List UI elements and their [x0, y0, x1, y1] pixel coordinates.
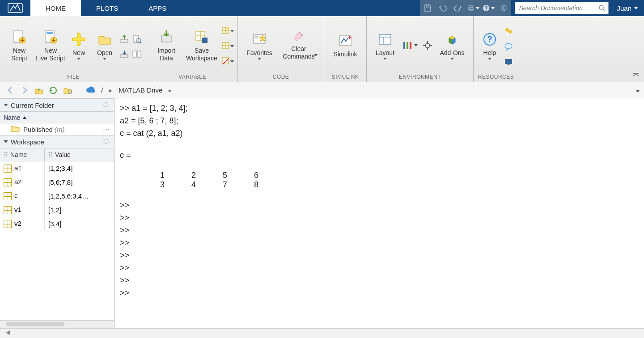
svg-point-58	[505, 43, 512, 49]
up-folder-icon[interactable]	[33, 84, 45, 96]
back-icon[interactable]	[4, 84, 16, 96]
path-dropdown-icon[interactable]	[636, 86, 640, 94]
workspace-row[interactable]: a2[5,6;7,8]	[0, 175, 114, 189]
svg-rect-43	[403, 42, 405, 49]
help-circle-icon: ?	[482, 31, 498, 47]
svg-rect-60	[507, 64, 510, 65]
learn-icon[interactable]	[502, 55, 515, 68]
plus-icon	[71, 31, 87, 47]
forward-icon[interactable]	[19, 84, 30, 96]
minimize-toolstrip-icon[interactable]	[631, 71, 640, 79]
new-script-icon	[11, 29, 27, 45]
workspace-row[interactable]: c[1,2,5,6;3,4…	[0, 189, 114, 203]
addons-button[interactable]: Add-Ons	[435, 30, 470, 62]
panel-options-icon[interactable]	[102, 138, 110, 146]
cloud-icon[interactable]	[85, 84, 97, 96]
toolstrip: New Script New Live Script New Open	[0, 16, 644, 82]
svg-rect-22	[137, 51, 141, 57]
new-variable-icon[interactable]	[221, 25, 234, 38]
panel-options-icon[interactable]	[102, 101, 110, 109]
new-live-script-icon	[42, 29, 59, 45]
workspace-header[interactable]: Workspace	[0, 135, 114, 148]
layout-icon	[377, 31, 393, 47]
user-menu[interactable]: Juan	[610, 0, 644, 16]
layout-button[interactable]: Layout	[370, 30, 400, 62]
preferences-icon[interactable]	[400, 39, 420, 52]
address-bar: / ▸ MATLAB Drive ▸	[0, 82, 644, 98]
folder-item-published[interactable]: Published (m) ⋯	[0, 123, 114, 135]
undo-icon[interactable]	[435, 0, 450, 16]
horizontal-scrollbar[interactable]	[0, 320, 114, 328]
new-menu-button[interactable]: New	[66, 30, 91, 62]
gear-icon[interactable]	[420, 39, 435, 52]
open-menu-button[interactable]: Open	[91, 30, 118, 62]
path-drive[interactable]: MATLAB Drive	[117, 86, 164, 94]
search-documentation	[511, 0, 610, 16]
quick-access-toolbar: ?	[420, 0, 511, 16]
svg-rect-59	[505, 59, 512, 64]
variable-icon	[4, 192, 12, 200]
find-files-icon[interactable]	[131, 33, 143, 45]
command-window[interactable]: >> a1 = [1, 2; 3, 4];a2 = [5, 6 ; 7, 8];…	[114, 98, 644, 328]
workspace-row[interactable]: a1[1,2;3,4]	[0, 161, 114, 176]
folder-name-header[interactable]: Name	[0, 112, 114, 123]
svg-rect-35	[222, 58, 229, 64]
chevron-right-icon: ▸	[167, 87, 174, 94]
user-name-label: Juan	[617, 4, 631, 12]
status-bar	[0, 328, 644, 338]
favorites-button[interactable]: Favorites	[242, 30, 277, 62]
svg-rect-14	[47, 32, 53, 34]
variable-icon	[4, 206, 12, 214]
variable-icon	[4, 165, 12, 173]
svg-point-8	[503, 7, 504, 9]
target-icon[interactable]	[496, 0, 511, 16]
svg-rect-27	[202, 38, 208, 43]
rewind-icon[interactable]	[4, 330, 12, 338]
search-input[interactable]	[515, 2, 609, 14]
svg-rect-45	[410, 42, 411, 49]
current-folder-header[interactable]: Current Folder	[0, 98, 114, 112]
svg-point-62	[104, 102, 108, 107]
simulink-button[interactable]: Simulink	[328, 31, 363, 60]
request-support-icon[interactable]	[502, 40, 515, 53]
compare-icon[interactable]	[131, 48, 143, 60]
help-button[interactable]: ? Help	[477, 30, 502, 62]
download-icon[interactable]	[118, 48, 131, 60]
browse-folder-icon[interactable]	[62, 84, 73, 96]
upload-icon[interactable]	[118, 33, 131, 45]
save-workspace-icon	[194, 29, 210, 45]
clear-commands-button[interactable]: Clear Commands	[277, 25, 320, 65]
variable-icon	[4, 220, 12, 228]
tab-home[interactable]: HOME	[30, 0, 81, 16]
redo-icon[interactable]	[450, 0, 466, 16]
workspace-row[interactable]: v2[3,4]	[0, 217, 114, 231]
toolstrip-group-environment: Layout Add-Ons ENVIRONMENT	[367, 16, 474, 82]
col-name[interactable]: ⠿Name	[0, 148, 45, 161]
collapse-icon	[4, 104, 8, 106]
clear-workspace-icon[interactable]	[221, 55, 234, 68]
community-icon[interactable]	[502, 25, 515, 38]
open-variable-icon[interactable]	[221, 40, 234, 53]
tab-plots[interactable]: PLOTS	[81, 0, 133, 16]
variable-icon	[4, 178, 12, 186]
import-data-button[interactable]: Import Data	[151, 27, 182, 64]
svg-rect-3	[470, 5, 472, 7]
tab-apps[interactable]: APPS	[133, 0, 182, 16]
new-live-script-button[interactable]: New Live Script	[35, 27, 66, 64]
simulink-icon	[337, 33, 353, 49]
col-value[interactable]: ⠿Value	[45, 148, 114, 161]
svg-point-46	[425, 43, 430, 48]
svg-rect-21	[133, 51, 136, 57]
svg-rect-17	[121, 55, 128, 58]
print-icon[interactable]	[466, 0, 481, 16]
matlab-logo	[0, 0, 30, 16]
svg-point-9	[599, 5, 603, 9]
search-icon[interactable]	[597, 3, 607, 13]
refresh-icon[interactable]	[47, 84, 59, 96]
save-icon[interactable]	[420, 0, 435, 16]
new-script-button[interactable]: New Script	[4, 27, 35, 64]
path-root[interactable]: /	[99, 86, 105, 94]
workspace-row[interactable]: v1[1,2]	[0, 203, 114, 217]
help-icon[interactable]: ?	[481, 0, 496, 16]
save-workspace-button[interactable]: Save Workspace	[182, 27, 221, 64]
